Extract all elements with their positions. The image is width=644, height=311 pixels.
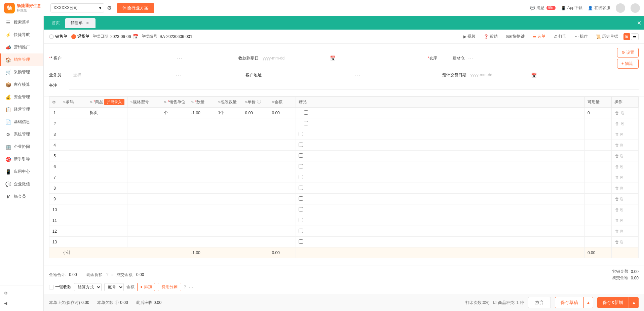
save-new-btn[interactable]: 保存&新增 — [597, 297, 629, 308]
expected-date-calendar-icon[interactable]: 📅 — [531, 73, 537, 78]
row-3-copy-icon[interactable]: ⎘ — [620, 132, 623, 137]
row-2-barcode[interactable] — [60, 118, 87, 129]
customer-address-input[interactable] — [268, 71, 352, 79]
row-2-copy-icon[interactable]: ⎘ — [621, 121, 624, 126]
row-12-gift-checkbox[interactable] — [299, 229, 303, 233]
row-13-copy-icon[interactable]: ⎘ — [620, 240, 623, 244]
th-qty-sort[interactable]: ⇅ — [191, 100, 194, 104]
grid-view-btn[interactable]: ⊞ — [623, 33, 630, 40]
sidebar-item-guide[interactable]: 🎯 新手引导 — [0, 153, 43, 165]
sidebar-collapse-btn[interactable]: ◀ — [0, 298, 43, 308]
setting-btn[interactable]: ⚙ 设置 — [617, 48, 639, 57]
row-4-delete-icon[interactable]: 🗑 — [615, 143, 619, 148]
scan-btn[interactable]: 扫码录入 — [104, 99, 124, 105]
row-11-delete-icon[interactable]: 🗑 — [615, 218, 619, 223]
shortcut-btn[interactable]: ⌨ 快捷键 — [503, 32, 527, 41]
row-1-barcode[interactable] — [60, 108, 87, 118]
row-11-copy-icon[interactable]: ⎘ — [620, 218, 623, 223]
trial-button[interactable]: 体验行业方案 — [117, 3, 154, 13]
row-2-gift-checkbox[interactable] — [304, 121, 308, 125]
row-3-delete-icon[interactable]: 🗑 — [615, 132, 619, 137]
row-10-delete-icon[interactable]: 🗑 — [615, 207, 619, 212]
save-new-arrow-btn[interactable]: ▲ — [629, 297, 639, 308]
row-9-gift-checkbox[interactable] — [299, 196, 303, 201]
payment-method-select[interactable]: 结算方式 — [74, 283, 102, 291]
radio-return[interactable]: 退货单 — [71, 34, 89, 39]
row-2-goods[interactable] — [87, 118, 127, 129]
add-payment-btn[interactable]: ● 添加 — [137, 283, 155, 291]
total-owe-info-icon[interactable]: ⓘ — [115, 300, 119, 306]
row-5-gift-checkbox[interactable] — [299, 153, 303, 158]
discount-info-icon[interactable]: ? — [106, 272, 109, 277]
expense-info-icon[interactable]: ? — [184, 285, 186, 289]
row-2-gift[interactable] — [296, 118, 316, 129]
row-12-delete-icon[interactable]: 🗑 — [615, 229, 619, 234]
window-close-btn[interactable]: ✕ — [637, 20, 641, 26]
row-2-delete-icon[interactable]: 🗑 — [615, 121, 619, 126]
th-price-sort[interactable]: ⇅ — [245, 100, 248, 104]
row-1-spec[interactable] — [127, 108, 161, 118]
app-download-btn[interactable]: 📱 App下载 — [561, 5, 582, 11]
operate-btn[interactable]: ⋯ 操作 — [572, 32, 591, 41]
row-2-unit[interactable] — [161, 118, 188, 129]
video-btn[interactable]: ▶ 视频 — [461, 32, 478, 41]
row-7-delete-icon[interactable]: 🗑 — [615, 175, 619, 180]
row-1-delete-icon[interactable]: 🗑 — [615, 111, 619, 115]
row-8-copy-icon[interactable]: ⎘ — [620, 186, 623, 191]
select-btn[interactable]: ☰ 选单 — [530, 32, 548, 41]
row-2-price[interactable] — [242, 118, 269, 129]
goods-type-checkbox-icon[interactable]: ☑ — [493, 300, 497, 305]
expense-split-btn[interactable]: 费用分摊 — [158, 283, 181, 291]
row-2-qty[interactable] — [188, 118, 215, 129]
warehouse-dots-btn[interactable]: ··· — [467, 55, 476, 62]
row-6-delete-icon[interactable]: 🗑 — [615, 164, 619, 169]
tab-close-btn[interactable]: ✕ — [85, 20, 90, 26]
row-3-gift-checkbox[interactable] — [299, 132, 303, 136]
row-6-copy-icon[interactable]: ⎘ — [620, 164, 623, 169]
row-1-qty[interactable]: -1.00 — [188, 108, 215, 118]
sidebar-item-search[interactable]: ☰ 搜索菜单 — [0, 16, 43, 29]
list-view-btn[interactable]: ☰ — [631, 33, 639, 40]
account-select[interactable]: 账号 — [104, 283, 124, 291]
date-calendar-icon[interactable]: 📅 — [133, 34, 139, 39]
print-btn[interactable]: 🖨 打印 — [551, 32, 569, 41]
row-5-copy-icon[interactable]: ⎘ — [620, 154, 623, 158]
row-13-delete-icon[interactable]: 🗑 — [615, 240, 619, 244]
th-gear[interactable]: ⚙ — [49, 97, 60, 108]
row-1-pkgqty[interactable]: 1个 — [215, 108, 242, 118]
th-amount-sort[interactable]: ⇅ — [272, 100, 274, 104]
user-avatar-2[interactable] — [631, 3, 640, 13]
header-settings-btn[interactable]: ⚙ — [107, 5, 112, 11]
save-draft-btn[interactable]: 保存草稿 — [555, 297, 584, 308]
row-10-copy-icon[interactable]: ⎘ — [620, 207, 623, 212]
payment-date-input[interactable] — [261, 54, 328, 62]
sidebar-item-app-center[interactable]: 📱 应用中心 — [0, 165, 43, 178]
row-8-delete-icon[interactable]: 🗑 — [615, 186, 619, 191]
row-4-copy-icon[interactable]: ⎘ — [620, 143, 623, 148]
row-6-gift-checkbox[interactable] — [299, 164, 303, 168]
customer-input[interactable] — [73, 54, 174, 62]
help-btn[interactable]: ❓ 帮助 — [481, 32, 500, 41]
row-9-copy-icon[interactable]: ⎘ — [620, 197, 623, 201]
row-4-gift-checkbox[interactable] — [299, 143, 303, 147]
customer-address-dots-btn[interactable]: ··· — [354, 72, 363, 79]
th-pkgqty-sort[interactable]: ⇅ — [218, 100, 221, 104]
row-1-goods[interactable]: 拆页 — [87, 108, 127, 118]
row-1-gift-checkbox[interactable] — [304, 110, 308, 115]
history-btn[interactable]: 📜 历史单据 — [593, 32, 621, 41]
row-2-pkgqty[interactable] — [215, 118, 242, 129]
row-11-gift-checkbox[interactable] — [299, 218, 303, 222]
one-click-payment-checkbox[interactable]: 一键收款 — [49, 284, 71, 290]
row-10-gift-checkbox[interactable] — [299, 207, 303, 211]
th-spec-sort[interactable]: ⇅ — [130, 100, 133, 104]
th-barcode-sort[interactable]: ⇅ — [63, 100, 66, 104]
salesman-dots-btn[interactable]: ··· — [174, 72, 183, 79]
row-1-gift[interactable] — [296, 108, 316, 118]
sidebar-item-wechat[interactable]: 💬 企业微信 — [0, 178, 43, 190]
user-avatar[interactable] — [616, 3, 625, 13]
discard-btn[interactable]: 放弃 — [528, 297, 551, 308]
row-1-unit[interactable]: 个 — [161, 108, 188, 118]
row-9-delete-icon[interactable]: 🗑 — [615, 197, 619, 201]
row-2-spec[interactable] — [127, 118, 161, 129]
logistics-btn[interactable]: + 物流 — [617, 59, 639, 69]
